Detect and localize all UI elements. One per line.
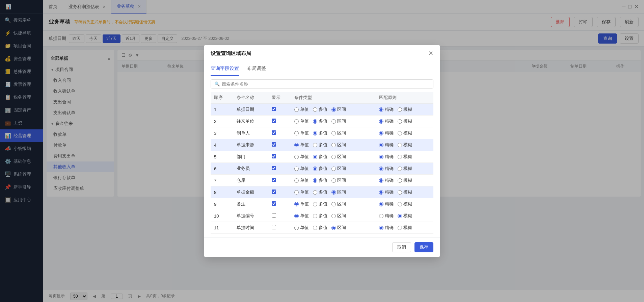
match-radio-2-精确[interactable]: 精确 bbox=[379, 118, 394, 124]
match-radio-4-精确[interactable]: 精确 bbox=[379, 142, 394, 148]
match-radio-11-精确[interactable]: 精确 bbox=[379, 225, 394, 231]
row-order-5: 5 bbox=[211, 151, 233, 163]
row-order-1: 1 bbox=[211, 104, 233, 116]
row-show-9[interactable] bbox=[268, 198, 291, 210]
row-show-6[interactable] bbox=[268, 163, 291, 175]
table-row: 8单据金额单值多值区间精确模糊 bbox=[211, 186, 433, 198]
cond-radio-4-多值[interactable]: 多值 bbox=[313, 142, 327, 148]
cond-radio-1-区间[interactable]: 区间 bbox=[331, 106, 346, 112]
show-checkbox-7[interactable] bbox=[272, 178, 276, 182]
condition-search-input[interactable] bbox=[222, 81, 430, 86]
match-radio-6-模糊[interactable]: 模糊 bbox=[398, 166, 412, 172]
show-checkbox-2[interactable] bbox=[272, 119, 276, 123]
cond-radio-9-区间[interactable]: 区间 bbox=[331, 201, 346, 207]
match-radio-4-模糊[interactable]: 模糊 bbox=[398, 142, 412, 148]
match-radio-10-精确[interactable]: 精确 bbox=[379, 213, 394, 219]
row-condition-2: 单值多值区间 bbox=[291, 116, 376, 127]
show-checkbox-9[interactable] bbox=[272, 201, 276, 206]
row-condition-8: 单值多值区间 bbox=[291, 186, 376, 198]
modal-save-button[interactable]: 保存 bbox=[414, 242, 433, 252]
row-show-8[interactable] bbox=[268, 186, 291, 198]
cond-radio-6-多值[interactable]: 多值 bbox=[313, 166, 327, 172]
match-radio-8-模糊[interactable]: 模糊 bbox=[398, 189, 412, 195]
row-show-3[interactable] bbox=[268, 127, 291, 139]
row-match-2: 精确模糊 bbox=[376, 116, 433, 127]
match-radio-1-模糊[interactable]: 模糊 bbox=[398, 106, 412, 112]
cond-radio-11-多值[interactable]: 多值 bbox=[313, 225, 327, 231]
match-radio-2-模糊[interactable]: 模糊 bbox=[398, 118, 412, 124]
match-radio-10-模糊[interactable]: 模糊 bbox=[398, 213, 412, 219]
row-order-8: 8 bbox=[211, 186, 233, 198]
match-radio-9-精确[interactable]: 精确 bbox=[379, 201, 394, 207]
modal-tab-layout[interactable]: 布局调整 bbox=[247, 62, 266, 76]
cond-radio-9-多值[interactable]: 多值 bbox=[313, 201, 327, 207]
show-checkbox-3[interactable] bbox=[272, 130, 276, 135]
cond-radio-2-区间[interactable]: 区间 bbox=[331, 118, 346, 124]
settings-modal: 设置查询区域布局 ✕ 查询字段设置布局调整 🔍 顺序条件名称显示条件类型匹配原则… bbox=[204, 45, 440, 257]
modal-cancel-button[interactable]: 取消 bbox=[392, 242, 411, 252]
col-header-匹配原则: 匹配原则 bbox=[376, 92, 433, 104]
match-radio-7-精确[interactable]: 精确 bbox=[379, 177, 394, 183]
match-radio-1-精确[interactable]: 精确 bbox=[379, 106, 394, 112]
match-radio-5-精确[interactable]: 精确 bbox=[379, 154, 394, 160]
show-checkbox-4[interactable] bbox=[272, 142, 276, 147]
cond-radio-2-多值[interactable]: 多值 bbox=[313, 118, 327, 124]
modal-search-area: 🔍 bbox=[204, 76, 440, 92]
row-condition-5: 单值多值区间 bbox=[291, 151, 376, 163]
row-show-11[interactable] bbox=[268, 222, 291, 234]
cond-radio-3-区间[interactable]: 区间 bbox=[331, 130, 346, 136]
cond-radio-1-单值[interactable]: 单值 bbox=[294, 106, 309, 112]
conditions-table: 顺序条件名称显示条件类型匹配原则 1单据日期单值多值区间精确模糊2往来单位单值多… bbox=[211, 92, 433, 234]
match-radio-9-模糊[interactable]: 模糊 bbox=[398, 201, 412, 207]
cond-radio-7-区间[interactable]: 区间 bbox=[331, 177, 346, 183]
cond-radio-10-区间[interactable]: 区间 bbox=[331, 213, 346, 219]
show-checkbox-6[interactable] bbox=[272, 166, 276, 170]
row-name-4: 单据来源 bbox=[233, 139, 268, 151]
row-show-7[interactable] bbox=[268, 175, 291, 186]
match-radio-3-模糊[interactable]: 模糊 bbox=[398, 130, 412, 136]
match-radio-6-精确[interactable]: 精确 bbox=[379, 166, 394, 172]
modal-tab-query-fields[interactable]: 查询字段设置 bbox=[211, 62, 239, 76]
col-header-显示: 显示 bbox=[268, 92, 291, 104]
cond-radio-7-多值[interactable]: 多值 bbox=[313, 177, 327, 183]
show-checkbox-5[interactable] bbox=[272, 154, 276, 158]
row-name-8: 单据金额 bbox=[233, 186, 268, 198]
cond-radio-5-单值[interactable]: 单值 bbox=[294, 154, 309, 160]
match-radio-3-精确[interactable]: 精确 bbox=[379, 130, 394, 136]
cond-radio-8-区间[interactable]: 区间 bbox=[331, 189, 346, 195]
row-show-5[interactable] bbox=[268, 151, 291, 163]
row-show-10[interactable] bbox=[268, 210, 291, 222]
row-show-1[interactable] bbox=[268, 104, 291, 116]
cond-radio-8-多值[interactable]: 多值 bbox=[313, 189, 327, 195]
cond-radio-5-区间[interactable]: 区间 bbox=[331, 154, 346, 160]
cond-radio-11-区间[interactable]: 区间 bbox=[331, 225, 346, 231]
search-icon: 🔍 bbox=[214, 81, 220, 86]
cond-radio-9-单值[interactable]: 单值 bbox=[294, 201, 309, 207]
cond-radio-10-多值[interactable]: 多值 bbox=[313, 213, 327, 219]
match-radio-8-精确[interactable]: 精确 bbox=[379, 189, 394, 195]
show-checkbox-11[interactable] bbox=[272, 225, 276, 229]
show-checkbox-1[interactable] bbox=[272, 107, 276, 111]
modal-close-button[interactable]: ✕ bbox=[428, 50, 433, 57]
cond-radio-2-单值[interactable]: 单值 bbox=[294, 118, 309, 124]
cond-radio-5-多值[interactable]: 多值 bbox=[313, 154, 327, 160]
cond-radio-7-单值[interactable]: 单值 bbox=[294, 177, 309, 183]
match-radio-5-模糊[interactable]: 模糊 bbox=[398, 154, 412, 160]
show-checkbox-8[interactable] bbox=[272, 190, 276, 194]
cond-radio-6-区间[interactable]: 区间 bbox=[331, 166, 346, 172]
cond-radio-10-单值[interactable]: 单值 bbox=[294, 213, 309, 219]
cond-radio-11-单值[interactable]: 单值 bbox=[294, 225, 309, 231]
cond-radio-6-单值[interactable]: 单值 bbox=[294, 166, 309, 172]
cond-radio-1-多值[interactable]: 多值 bbox=[313, 106, 327, 112]
match-radio-11-模糊[interactable]: 模糊 bbox=[398, 225, 412, 231]
cond-radio-4-单值[interactable]: 单值 bbox=[294, 142, 309, 148]
row-condition-4: 单值多值区间 bbox=[291, 139, 376, 151]
cond-radio-4-区间[interactable]: 区间 bbox=[331, 142, 346, 148]
row-show-2[interactable] bbox=[268, 116, 291, 127]
cond-radio-8-单值[interactable]: 单值 bbox=[294, 189, 309, 195]
show-checkbox-10[interactable] bbox=[272, 213, 276, 218]
match-radio-7-模糊[interactable]: 模糊 bbox=[398, 177, 412, 183]
cond-radio-3-单值[interactable]: 单值 bbox=[294, 130, 309, 136]
cond-radio-3-多值[interactable]: 多值 bbox=[313, 130, 327, 136]
row-show-4[interactable] bbox=[268, 139, 291, 151]
